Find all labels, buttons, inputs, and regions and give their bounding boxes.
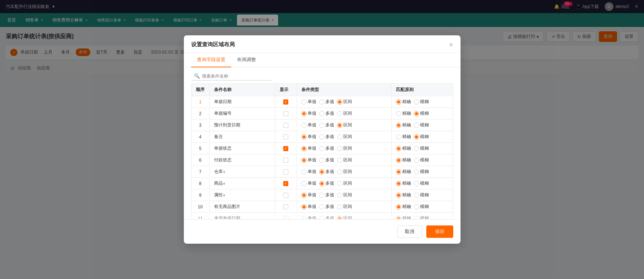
row-check-2[interactable] <box>275 109 297 119</box>
row-type-1: 单值 多值 区间 <box>297 96 392 107</box>
radio-multi-5[interactable]: 多值 <box>319 145 334 152</box>
radio-single-10[interactable]: 单值 <box>301 204 316 210</box>
radio-single-5[interactable]: 单值 <box>301 145 316 152</box>
row-match-8: 精确 模糊 <box>392 178 453 189</box>
match-fuzzy-2[interactable]: 模糊 <box>414 110 429 117</box>
match-exact-4[interactable]: 精确 <box>396 134 411 140</box>
match-fuzzy-8[interactable]: 模糊 <box>414 180 429 186</box>
col-display: 显示 <box>275 84 297 96</box>
checkbox-11[interactable] <box>283 216 288 220</box>
radio-range-8[interactable]: 区间 <box>337 180 352 186</box>
radio-range-6[interactable]: 区间 <box>337 157 352 163</box>
radio-multi-8[interactable]: 多值 <box>319 180 334 186</box>
search-box: 🔍 <box>191 72 271 80</box>
checkbox-8[interactable] <box>283 181 288 186</box>
match-fuzzy-6[interactable]: 模糊 <box>414 157 429 163</box>
checkbox-10[interactable] <box>283 204 288 209</box>
table-header: 顺序 条件名称 显示 条件类型 匹配原则 <box>191 83 453 96</box>
checkbox-7[interactable] <box>283 169 288 174</box>
save-button[interactable]: 保存 <box>426 225 453 238</box>
table-row: 7 仓库 ∨ 单值 多值 区间 精确 模糊 <box>191 166 453 178</box>
match-exact-6[interactable]: 精确 <box>396 157 411 163</box>
match-fuzzy-3[interactable]: 模糊 <box>414 122 429 128</box>
row-match-4: 精确 模糊 <box>392 131 453 142</box>
row-check-10[interactable] <box>275 202 297 212</box>
tab-layout-adjust[interactable]: 布局调整 <box>231 53 262 67</box>
row-order-11: 11 <box>191 213 210 220</box>
row-check-4[interactable] <box>275 132 297 142</box>
radio-multi-3[interactable]: 多值 <box>319 122 334 128</box>
radio-multi-6[interactable]: 多值 <box>319 157 334 163</box>
row-type-5: 单值 多值 区间 <box>297 143 392 154</box>
match-exact-3[interactable]: 精确 <box>396 122 411 128</box>
radio-multi-2[interactable]: 多值 <box>319 110 334 117</box>
cancel-button[interactable]: 取消 <box>397 225 422 238</box>
match-exact-7[interactable]: 精确 <box>396 169 411 175</box>
row-match-7: 精确 模糊 <box>392 166 453 177</box>
radio-range-3[interactable]: 区间 <box>337 122 352 128</box>
radio-single-6[interactable]: 单值 <box>301 157 316 163</box>
table-row: 6 付款状态 单值 多值 区间 精确 模糊 <box>191 154 453 166</box>
radio-single-2[interactable]: 单值 <box>301 110 316 117</box>
checkbox-6[interactable] <box>283 158 288 163</box>
radio-multi-1[interactable]: 多值 <box>319 99 334 105</box>
radio-multi-4[interactable]: 多值 <box>319 134 334 140</box>
match-exact-2[interactable]: 精确 <box>396 110 411 117</box>
match-fuzzy-10[interactable]: 模糊 <box>414 204 429 210</box>
chevron-icon-7: ∨ <box>223 170 225 174</box>
table-row: 9 属性 ∨ 单值 多值 区间 精确 模糊 <box>191 189 453 201</box>
checkbox-4[interactable] <box>283 134 288 140</box>
checkbox-5[interactable] <box>283 146 288 151</box>
match-exact-10[interactable]: 精确 <box>396 204 411 210</box>
radio-range-9[interactable]: 区间 <box>337 192 352 198</box>
radio-single-9[interactable]: 单值 <box>301 192 316 198</box>
row-check-1[interactable] <box>275 97 297 107</box>
radio-range-1[interactable]: 区间 <box>337 99 352 105</box>
row-name-5: 单据状态 <box>210 143 275 154</box>
radio-range-7[interactable]: 区间 <box>337 169 352 175</box>
tab-query-fields[interactable]: 查询字段设置 <box>191 53 231 67</box>
row-check-3[interactable] <box>275 120 297 130</box>
radio-range-5[interactable]: 区间 <box>337 145 352 152</box>
radio-single-1[interactable]: 单值 <box>301 99 316 105</box>
radio-multi-9[interactable]: 多值 <box>319 192 334 198</box>
search-input[interactable] <box>202 74 268 79</box>
row-match-2: 精确 模糊 <box>392 108 453 119</box>
modal-title: 设置查询区域布局 <box>191 41 235 48</box>
radio-single-7[interactable]: 单值 <box>301 169 316 175</box>
row-order-5: 5 <box>191 144 210 154</box>
search-icon: 🔍 <box>194 73 200 79</box>
radio-single-4[interactable]: 单值 <box>301 134 316 140</box>
radio-range-10[interactable]: 区间 <box>337 204 352 210</box>
radio-multi-10[interactable]: 多值 <box>319 204 334 210</box>
row-check-6[interactable] <box>275 155 297 165</box>
match-fuzzy-5[interactable]: 模糊 <box>414 145 429 152</box>
radio-range-4[interactable]: 区间 <box>337 134 352 140</box>
col-type: 条件类型 <box>297 84 392 96</box>
row-match-1: 精确 模糊 <box>392 96 453 107</box>
match-fuzzy-9[interactable]: 模糊 <box>414 192 429 198</box>
row-check-8[interactable] <box>275 178 297 189</box>
checkbox-1[interactable] <box>283 99 288 105</box>
match-fuzzy-7[interactable]: 模糊 <box>414 169 429 175</box>
row-check-5[interactable] <box>275 144 297 154</box>
radio-range-2[interactable]: 区间 <box>337 110 352 117</box>
row-type-8: 单值 多值 区间 <box>297 178 392 189</box>
match-exact-9[interactable]: 精确 <box>396 192 411 198</box>
radio-single-3[interactable]: 单值 <box>301 122 316 128</box>
row-check-9[interactable] <box>275 190 297 200</box>
checkbox-3[interactable] <box>283 123 288 128</box>
match-exact-5[interactable]: 精确 <box>396 145 411 152</box>
row-check-7[interactable] <box>275 167 297 177</box>
row-check-11[interactable] <box>275 213 297 220</box>
match-exact-8[interactable]: 精确 <box>396 180 411 186</box>
row-name-11: 来源单据日期 <box>210 213 275 219</box>
checkbox-2[interactable] <box>283 111 288 116</box>
match-fuzzy-4[interactable]: 模糊 <box>414 134 429 140</box>
match-exact-1[interactable]: 精确 <box>396 99 411 105</box>
checkbox-9[interactable] <box>283 193 288 198</box>
radio-single-8[interactable]: 单值 <box>301 180 316 186</box>
radio-multi-7[interactable]: 多值 <box>319 169 334 175</box>
modal-close-button[interactable]: × <box>449 42 453 48</box>
match-fuzzy-1[interactable]: 模糊 <box>414 99 429 105</box>
